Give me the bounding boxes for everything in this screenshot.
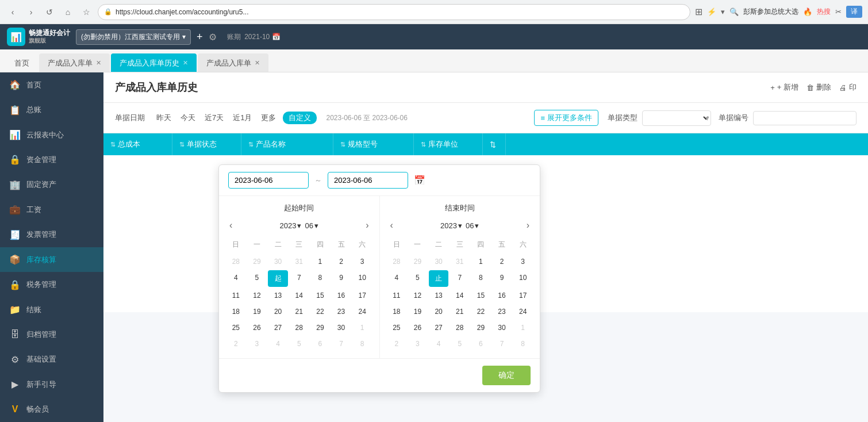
start-day[interactable]: 28 — [289, 320, 309, 335]
start-day[interactable]: 15 — [310, 288, 331, 303]
tab-product-inbound-history[interactable]: 产成品入库单历史 ✕ — [111, 53, 197, 72]
yesterday-btn[interactable]: 昨天 — [154, 112, 174, 124]
start-day[interactable]: 28 — [226, 254, 246, 269]
tab-close-2[interactable]: ✕ — [183, 59, 188, 67]
sidebar-item-closing[interactable]: 📁 结账 — [0, 297, 103, 322]
end-day[interactable]: 25 — [387, 320, 407, 335]
th-doc-status[interactable]: ⇅ 单据状态 — [172, 133, 241, 155]
end-day[interactable]: 28 — [387, 254, 407, 269]
end-day[interactable]: 20 — [429, 304, 449, 319]
start-day[interactable]: 9 — [331, 270, 351, 287]
start-year-select[interactable]: 2023▾ — [280, 221, 302, 230]
end-day[interactable]: 1 — [513, 320, 533, 335]
company-selector[interactable]: (勿删勿禁用）江西服宝测试专用 ▾ — [76, 29, 191, 45]
sidebar-item-fund-mgmt[interactable]: 🔒 资金管理 — [0, 147, 103, 172]
start-day[interactable]: 3 — [352, 254, 372, 269]
sidebar-item-home[interactable]: 🏠 首页 — [0, 72, 103, 97]
start-prev-btn[interactable]: ‹ — [226, 219, 236, 232]
end-day[interactable]: 7 — [492, 336, 512, 351]
end-day[interactable]: 7 — [450, 270, 470, 287]
type-select[interactable] — [642, 110, 711, 126]
start-day[interactable]: 29 — [310, 320, 331, 335]
start-day[interactable]: 12 — [247, 288, 267, 303]
tab-close-3[interactable]: ✕ — [255, 59, 260, 67]
end-day[interactable]: 12 — [408, 288, 428, 303]
end-day[interactable]: 5 — [408, 270, 428, 287]
end-day[interactable]: 31 — [450, 254, 470, 269]
th-total-cost[interactable]: ⇅ 总成本 — [103, 133, 172, 155]
sidebar-item-payroll[interactable]: 💼 工资 — [0, 197, 103, 222]
calendar-icon[interactable]: 📅 — [414, 175, 425, 186]
start-day[interactable]: 30 — [331, 320, 351, 335]
end-day[interactable]: 3 — [408, 336, 428, 351]
today-btn[interactable]: 今天 — [178, 112, 198, 124]
date-start-input[interactable] — [228, 172, 309, 189]
end-day[interactable]: 6 — [471, 336, 491, 351]
sidebar-item-tax[interactable]: 🔒 税务管理 — [0, 272, 103, 297]
end-day[interactable]: 17 — [513, 288, 533, 303]
start-day[interactable]: 26 — [247, 320, 267, 335]
tab-close-1[interactable]: ✕ — [96, 59, 101, 67]
star-button[interactable]: ☆ — [79, 5, 93, 19]
end-day[interactable]: 23 — [492, 304, 512, 319]
start-day[interactable]: 5 — [247, 270, 267, 287]
start-day[interactable]: 31 — [289, 254, 309, 269]
start-day[interactable]: 23 — [331, 304, 351, 319]
sidebar-item-report-center[interactable]: 📊 云报表中心 — [0, 122, 103, 147]
sidebar-item-archive[interactable]: 🗄 归档管理 — [0, 322, 103, 347]
start-day[interactable]: 3 — [247, 336, 267, 351]
print-button[interactable]: 🖨 印 — [839, 82, 857, 93]
more-btn[interactable]: 更多 — [259, 112, 278, 124]
start-day[interactable]: 4 — [268, 336, 288, 351]
start-day[interactable]: 7 — [331, 336, 351, 351]
end-day[interactable]: 30 — [429, 254, 449, 269]
sidebar-item-general-ledger[interactable]: 📋 总账 — [0, 97, 103, 122]
refresh-button[interactable]: ↺ — [43, 5, 56, 19]
tab-product-inbound-new[interactable]: 产成品入库单 ✕ — [198, 53, 268, 72]
delete-button[interactable]: 🗑 删除 — [806, 82, 831, 93]
last1month-btn[interactable]: 近1月 — [231, 112, 254, 124]
sidebar-item-vip[interactable]: V 畅会员 — [0, 397, 103, 421]
confirm-button[interactable]: 确定 — [482, 366, 531, 385]
end-day[interactable]: 4 — [429, 336, 449, 351]
home-button[interactable]: ⌂ — [61, 5, 75, 19]
end-day[interactable]: 4 — [387, 270, 407, 287]
th-inventory-unit[interactable]: ⇅ 库存单位 — [414, 133, 483, 155]
sidebar-item-fixed-assets[interactable]: 🏢 固定资产 — [0, 172, 103, 197]
docno-input[interactable] — [753, 111, 857, 125]
end-next-btn[interactable]: › — [523, 219, 533, 232]
expand-more-btn[interactable]: ≡ 展开更多条件 — [534, 110, 598, 126]
start-day[interactable]: 6 — [310, 336, 331, 351]
start-day[interactable]: 1 — [310, 254, 331, 269]
start-day[interactable]: 30 — [268, 254, 288, 269]
end-day[interactable]: 3 — [513, 254, 533, 269]
end-day[interactable]: 14 — [450, 288, 470, 303]
settings-icon[interactable]: ⚙ — [209, 32, 217, 43]
end-day[interactable]: 29 — [408, 254, 428, 269]
start-day[interactable]: 22 — [310, 304, 331, 319]
start-month-select[interactable]: 06▾ — [305, 221, 318, 230]
start-day[interactable]: 25 — [226, 320, 246, 335]
tab-home[interactable]: 首页 — [6, 53, 38, 72]
start-day[interactable]: 21 — [289, 304, 309, 319]
add-button[interactable]: + + 新增 — [770, 82, 798, 93]
start-day[interactable]: 4 — [226, 270, 246, 287]
end-day[interactable]: 22 — [471, 304, 491, 319]
translate-btn[interactable]: 译 — [846, 6, 862, 18]
end-day[interactable]: 1 — [471, 254, 491, 269]
url-bar[interactable]: 🔒 https://cloud.chanjet.com/accounting/u… — [98, 4, 690, 20]
back-button[interactable]: ‹ — [6, 5, 20, 19]
add-tab-icon[interactable]: + — [197, 31, 203, 43]
last7-btn[interactable]: 近7天 — [202, 112, 226, 124]
start-day[interactable]: 20 — [268, 304, 288, 319]
start-day[interactable]: 16 — [331, 288, 351, 303]
sidebar-item-basic-settings[interactable]: ⚙ 基础设置 — [0, 347, 103, 372]
start-day[interactable]: 19 — [247, 304, 267, 319]
tab-product-inbound-list[interactable]: 产成品入库单 ✕ — [39, 53, 110, 72]
end-day[interactable]: 11 — [387, 288, 407, 303]
end-day[interactable]: 2 — [492, 254, 512, 269]
end-day-selected[interactable]: 止 — [429, 270, 449, 287]
end-day[interactable]: 28 — [450, 320, 470, 335]
end-day[interactable]: 2 — [387, 336, 407, 351]
end-day[interactable]: 16 — [492, 288, 512, 303]
